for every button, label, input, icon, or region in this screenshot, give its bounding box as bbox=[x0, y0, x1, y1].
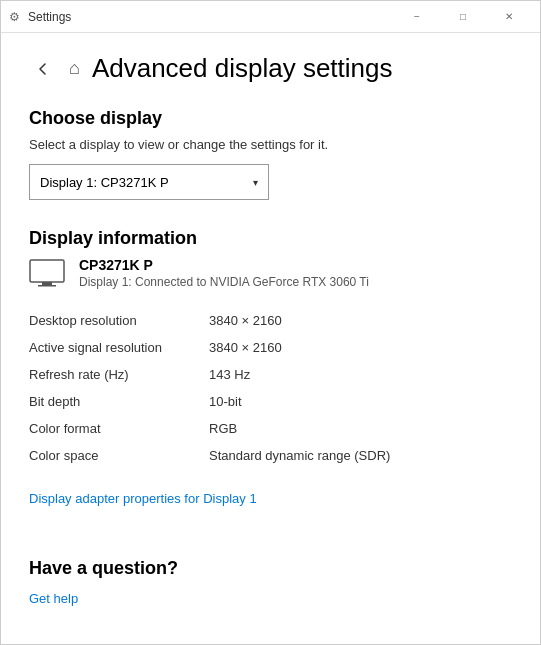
info-label: Color space bbox=[29, 442, 209, 469]
info-value: 3840 × 2160 bbox=[209, 307, 512, 334]
close-button[interactable]: ✕ bbox=[486, 1, 532, 33]
display-dropdown-value: Display 1: CP3271K P bbox=[40, 175, 169, 190]
choose-display-section: Choose display Select a display to view … bbox=[29, 108, 512, 200]
display-dropdown[interactable]: Display 1: CP3271K P ▾ bbox=[29, 164, 269, 200]
content-area: ⌂ Advanced display settings Choose displ… bbox=[1, 33, 540, 644]
question-section: Have a question? Get help bbox=[29, 558, 512, 607]
info-label: Desktop resolution bbox=[29, 307, 209, 334]
svg-rect-1 bbox=[42, 282, 52, 285]
title-bar-controls: − □ ✕ bbox=[394, 1, 532, 33]
info-value: Standard dynamic range (SDR) bbox=[209, 442, 512, 469]
monitor-info: CP3271K P Display 1: Connected to NVIDIA… bbox=[29, 257, 512, 289]
title-bar-left: ⚙ Settings bbox=[9, 10, 394, 24]
info-label: Refresh rate (Hz) bbox=[29, 361, 209, 388]
display-dropdown-wrapper: Display 1: CP3271K P ▾ bbox=[29, 164, 512, 200]
get-help-link[interactable]: Get help bbox=[29, 591, 78, 606]
info-label: Bit depth bbox=[29, 388, 209, 415]
adapter-properties-link[interactable]: Display adapter properties for Display 1 bbox=[29, 491, 257, 506]
table-row: Refresh rate (Hz)143 Hz bbox=[29, 361, 512, 388]
table-row: Bit depth10-bit bbox=[29, 388, 512, 415]
table-row: Active signal resolution3840 × 2160 bbox=[29, 334, 512, 361]
info-label: Color format bbox=[29, 415, 209, 442]
monitor-name: CP3271K P bbox=[79, 257, 369, 273]
info-value: 3840 × 2160 bbox=[209, 334, 512, 361]
info-value: 10-bit bbox=[209, 388, 512, 415]
info-value: RGB bbox=[209, 415, 512, 442]
page-title: Advanced display settings bbox=[92, 53, 393, 84]
home-icon: ⌂ bbox=[69, 58, 80, 79]
minimize-button[interactable]: − bbox=[394, 1, 440, 33]
choose-display-subtitle: Select a display to view or change the s… bbox=[29, 137, 512, 152]
back-button[interactable] bbox=[29, 55, 57, 83]
monitor-description: Display 1: Connected to NVIDIA GeForce R… bbox=[79, 275, 369, 289]
table-row: Desktop resolution3840 × 2160 bbox=[29, 307, 512, 334]
question-section-title: Have a question? bbox=[29, 558, 512, 579]
display-info-table: Desktop resolution3840 × 2160Active sign… bbox=[29, 307, 512, 469]
page-header: ⌂ Advanced display settings bbox=[29, 53, 512, 84]
choose-display-title: Choose display bbox=[29, 108, 512, 129]
display-info-section: Display information CP3271K P Display 1:… bbox=[29, 228, 512, 530]
table-row: Color spaceStandard dynamic range (SDR) bbox=[29, 442, 512, 469]
svg-rect-2 bbox=[38, 285, 56, 287]
settings-window: ⚙ Settings − □ ✕ ⌂ Advanced display sett… bbox=[0, 0, 541, 645]
chevron-down-icon: ▾ bbox=[253, 177, 258, 188]
maximize-button[interactable]: □ bbox=[440, 1, 486, 33]
monitor-details: CP3271K P Display 1: Connected to NVIDIA… bbox=[79, 257, 369, 289]
title-bar-title: Settings bbox=[28, 10, 71, 24]
info-label: Active signal resolution bbox=[29, 334, 209, 361]
monitor-icon bbox=[29, 259, 65, 287]
settings-app-icon: ⚙ bbox=[9, 10, 20, 24]
display-info-title: Display information bbox=[29, 228, 512, 249]
svg-rect-0 bbox=[30, 260, 64, 282]
table-row: Color formatRGB bbox=[29, 415, 512, 442]
title-bar: ⚙ Settings − □ ✕ bbox=[1, 1, 540, 33]
info-value: 143 Hz bbox=[209, 361, 512, 388]
